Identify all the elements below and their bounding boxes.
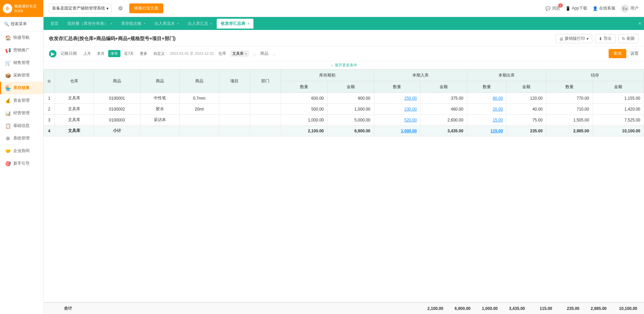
cell-goods-spec: 20ml [179,104,219,115]
date-btn-last-month[interactable]: 上月 [81,50,93,57]
th-opening-group: 库存期初 [281,70,374,81]
tab-close-icon[interactable]: × [144,22,146,26]
warehouse-filter-label: 仓库 [218,51,226,56]
system-selector[interactable]: 装备及固定资产辅助管理系统 ▾ [49,4,112,13]
marketing-icon: 📢 [5,48,11,53]
date-btn-custom[interactable]: 自定义 [151,50,167,57]
th-closing-amount: 金额 [593,81,644,93]
tab-close-icon[interactable]: × [110,22,112,26]
sidebar-item-guide[interactable]: 🎯 新手引导 [0,157,43,170]
tab-close-icon[interactable]: × [210,22,212,26]
date-btn-7days[interactable]: 近7天 [122,50,136,57]
tab-close-icon[interactable]: × [247,22,249,26]
th-closing-qty: 数量 [546,81,593,93]
goods-more-btn[interactable]: ... [273,52,276,56]
sidebar-item-system[interactable]: ⚙ 系统管理 [0,132,43,145]
cell-inbound-qty[interactable]: 230.00 [374,104,420,115]
sidebar-item-enterprise[interactable]: 🤝 企业协同 [0,145,43,157]
cell-subtotal-inbound-qty[interactable]: 1,000.00 [374,126,420,136]
date-btn-more[interactable]: 更多 [137,50,150,57]
sidebar-item-finance[interactable]: 💰 资金管理 [0,94,43,107]
cell-outbound-qty[interactable]: 15.00 [467,115,507,126]
th-opening-qty: 数量 [281,81,328,93]
sidebar-search[interactable]: 🔍 搜索菜单 [0,17,43,31]
sidebar-item-label: 经营管理 [13,110,30,116]
tab-label: 首页 [50,21,59,27]
cell-opening-qty: 600.00 [281,93,328,104]
topbar: 装备及固定资产辅助管理系统 ▾ ⚙ 体验行业方案 💬 消息 6 📱 App下载 … [44,0,644,17]
sidebar-item-basic-info[interactable]: 📋 基础信息 [0,119,43,132]
th-settings[interactable]: ⚙ [44,70,55,93]
filter-toggle-btn[interactable]: ▶ [49,50,56,57]
cell-inbound-qty[interactable]: 250.00 [374,93,420,104]
cell-outbound-amount: 120.00 [507,93,546,104]
cell-goods-code: 0100001 [94,93,141,104]
user-btn[interactable]: Ea 用户 [621,4,639,13]
tab-home[interactable]: 首页 [46,19,63,29]
query-btn[interactable]: 查询 [609,49,626,58]
table-footer: 合计 2,100.00 6,900.00 1,000.00 3,435.00 1… [44,302,644,314]
tab-inout-flow[interactable]: 出入库流水 × [150,19,183,29]
message-icon: 💬 [545,6,550,11]
cell-outbound-qty[interactable]: 20.00 [467,104,507,115]
cell-subtotal-outbound-qty[interactable]: 115.00 [467,126,507,136]
tab-stock-distribution[interactable]: 现存量（库存分布表） × [63,19,116,29]
tab-close-icon[interactable]: × [177,22,179,26]
cell-outbound-qty[interactable]: 80.00 [467,93,507,104]
tab-inout-summary[interactable]: 出入库汇总 × [184,19,216,29]
sidebar-item-operations[interactable]: 📊 经营管理 [0,107,43,119]
warehouse-tag-close[interactable]: × [245,52,247,56]
th-goods-spec: 商品 [179,70,219,93]
cell-closing-amount: 1,155.00 [593,93,644,104]
footer-inbound-qty: 1,000.00 [474,306,501,311]
sidebar-item-marketing[interactable]: 📢 营销推广 [0,44,43,56]
expand-more-btn[interactable]: ⌄ 展开更多条件 [330,63,357,68]
cell-subtotal-inbound-amount: 3,435.00 [420,126,467,136]
date-range-display: 2023-01-01 至 2023-12-31 [170,51,214,56]
date-btn-this-month[interactable]: 本月 [95,50,107,57]
sidebar-item-label: 资金管理 [13,98,30,103]
cell-goods-code: 0100003 [94,115,141,126]
sidebar-item-quick-nav[interactable]: 🏠 快捷导航 [0,31,43,44]
cell-project [219,93,250,104]
footer-closing-qty: 2,985.00 [583,306,610,311]
cell-closing-qty: 770.00 [546,93,593,104]
app-download-btn[interactable]: 📱 App下载 [565,5,587,11]
warehouse-more-btn[interactable]: ... [253,52,256,56]
th-outbound-group: 本期出库 [467,70,546,81]
print-btn[interactable]: 🖨 拨销版打印 ▾ [556,34,592,43]
sidebar-item-purchase[interactable]: 📦 采购管理 [0,69,43,82]
date-btn-this-year[interactable]: 本年 [108,50,120,57]
filter-settings-btn[interactable]: 设置 [630,51,639,56]
sidebar-item-label: 营销推广 [13,47,30,53]
footer-total-label: 合计 [58,305,78,311]
tab-receive-dispatch-summary[interactable]: 收发存汇总表 × [217,19,253,29]
sidebar-item-label: 系统管理 [13,135,30,141]
col-settings-icon[interactable]: ⚙ [47,79,51,84]
export-btn[interactable]: ⬇ 导出 [595,34,615,43]
enterprise-icon: 🤝 [5,148,11,154]
search-menu-btn[interactable]: 🔍 搜索菜单 [3,20,40,28]
tab-batch-ledger[interactable]: 库存批次账 × [117,19,150,29]
sidebar-item-sales[interactable]: 🛒 销售管理 [0,56,43,69]
cell-closing-amount: 7,525.00 [593,115,644,126]
th-department: 部门 [250,70,281,93]
settings-btn[interactable]: ⚙ [116,4,125,13]
messages-badge: 6 [558,3,563,7]
messages-btn[interactable]: 💬 消息 6 [545,5,560,11]
cell-closing-qty: 710.00 [546,104,593,115]
cell-subtotal-empty2 [179,126,219,136]
refresh-btn[interactable]: ↻ 刷新 [618,34,639,43]
cell-inbound-qty[interactable]: 520.00 [374,115,420,126]
data-table: ⚙ 仓库 商品 商品 商品 项目 部门 库存期初 本期入库 本期出库 结存 [44,69,644,136]
tabs-close-all-btn[interactable]: × [639,21,641,26]
sidebar-item-inventory[interactable]: 🏪 库存核算 [0,82,43,94]
sidebar-item-label: 基础信息 [13,123,30,129]
cell-outbound-amount: 40.00 [507,104,546,115]
cell-warehouse: 文具库 [55,115,94,126]
trial-btn[interactable]: 体验行业方案 [129,3,163,13]
online-service-btn[interactable]: 👤 在线客服 [593,5,615,11]
cell-warehouse: 文具库 [55,104,94,115]
tab-label: 收发存汇总表 [221,21,245,27]
cell-opening-qty: 1,000.00 [281,115,328,126]
